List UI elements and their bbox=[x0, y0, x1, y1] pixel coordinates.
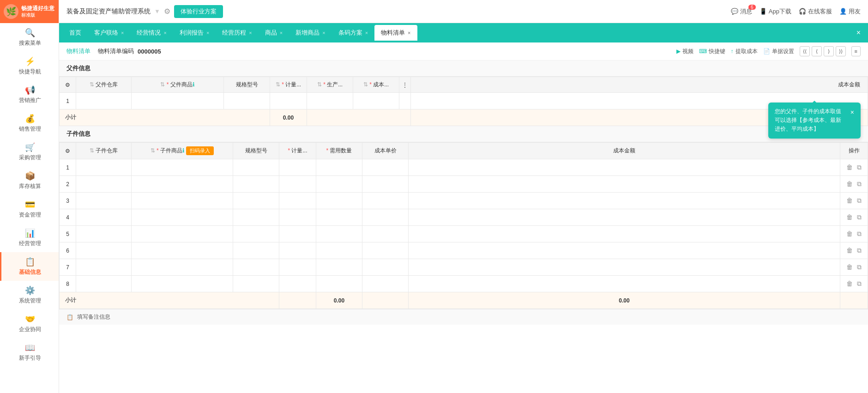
child-row-product-8[interactable] bbox=[132, 276, 233, 292]
sidebar-item-marketing[interactable]: 📢 营销推广 bbox=[0, 80, 59, 109]
shortcut-btn[interactable]: ⌨ 快捷键 bbox=[699, 48, 725, 55]
child-row-qty-6[interactable] bbox=[316, 242, 362, 259]
child-row-spec-5[interactable] bbox=[233, 226, 279, 242]
single-settings-btn[interactable]: 📄 单据设置 bbox=[763, 48, 794, 55]
child-row-product-3[interactable] bbox=[132, 193, 233, 209]
sidebar-item-sales[interactable]: 💰 销售管理 bbox=[0, 109, 59, 138]
child-row-product-5[interactable] bbox=[132, 226, 233, 242]
delete-btn-2[interactable]: 🗑 bbox=[846, 180, 853, 187]
tab-new-product[interactable]: 新增商品 × bbox=[289, 25, 332, 41]
child-row-warehouse-3[interactable] bbox=[76, 193, 132, 209]
scan-btn[interactable]: 扫码录入 bbox=[186, 146, 214, 155]
child-row-spec-2[interactable] bbox=[233, 176, 279, 193]
parent-row-product[interactable] bbox=[132, 93, 224, 109]
sidebar-item-guide[interactable]: 📖 新手引导 bbox=[0, 338, 59, 367]
child-row-product-2[interactable] bbox=[132, 176, 233, 193]
child-row-unit-4[interactable] bbox=[279, 209, 316, 226]
child-row-cost-price-4[interactable] bbox=[362, 209, 409, 226]
copy-btn-6[interactable]: ⧉ bbox=[857, 247, 862, 254]
child-row-qty-7[interactable] bbox=[316, 259, 362, 276]
child-row-cost-price-5[interactable] bbox=[362, 226, 409, 242]
parent-row-cost[interactable] bbox=[353, 93, 399, 109]
child-row-unit-3[interactable] bbox=[279, 193, 316, 209]
child-th-settings[interactable]: ⚙ bbox=[60, 143, 76, 159]
app-download-btn[interactable]: 📱 App下载 bbox=[760, 7, 791, 16]
tab-profit-close[interactable]: × bbox=[206, 30, 209, 36]
child-row-qty-1[interactable] bbox=[316, 159, 362, 176]
child-row-warehouse-1[interactable] bbox=[76, 159, 132, 176]
tab-customer-close[interactable]: × bbox=[121, 30, 124, 36]
child-row-cost-price-7[interactable] bbox=[362, 259, 409, 276]
tab-products[interactable]: 商品 × bbox=[259, 25, 289, 41]
copy-btn-8[interactable]: ⧉ bbox=[857, 280, 862, 287]
sidebar-item-inventory[interactable]: 📦 库存核算 bbox=[0, 166, 59, 195]
settings-icon[interactable]: ⚙ bbox=[164, 7, 170, 16]
child-row-qty-2[interactable] bbox=[316, 176, 362, 193]
child-row-warehouse-6[interactable] bbox=[76, 242, 132, 259]
next-last-btn[interactable]: ⟩⟩ bbox=[836, 46, 846, 56]
child-row-warehouse-2[interactable] bbox=[76, 176, 132, 193]
delete-btn-4[interactable]: 🗑 bbox=[846, 213, 853, 221]
sidebar-item-operation[interactable]: 📊 经营管理 bbox=[0, 224, 59, 252]
child-row-cost-price-3[interactable] bbox=[362, 193, 409, 209]
child-row-product-1[interactable] bbox=[132, 159, 233, 176]
child-row-cost-price-1[interactable] bbox=[362, 159, 409, 176]
copy-btn-1[interactable]: ⧉ bbox=[857, 163, 862, 171]
child-row-qty-8[interactable] bbox=[316, 276, 362, 292]
delete-btn-3[interactable]: 🗑 bbox=[846, 197, 853, 204]
child-row-spec-6[interactable] bbox=[233, 242, 279, 259]
delete-btn-1[interactable]: 🗑 bbox=[846, 163, 853, 171]
close-all-tabs-btn[interactable]: × bbox=[853, 27, 864, 39]
parent-row-spec[interactable] bbox=[224, 93, 270, 109]
tab-products-close[interactable]: × bbox=[280, 30, 283, 36]
parent-row-production[interactable] bbox=[307, 93, 353, 109]
online-service-btn[interactable]: 🎧 在线客服 bbox=[799, 7, 832, 16]
message-btn[interactable]: 💬 消息 6 bbox=[731, 7, 752, 16]
delete-btn-7[interactable]: 🗑 bbox=[846, 263, 853, 271]
child-row-spec-1[interactable] bbox=[233, 159, 279, 176]
tab-new-product-close[interactable]: × bbox=[322, 30, 325, 36]
tooltip-close-btn[interactable]: × bbox=[850, 107, 854, 117]
child-row-product-4[interactable] bbox=[132, 209, 233, 226]
child-row-unit-2[interactable] bbox=[279, 176, 316, 193]
tab-barcode[interactable]: 条码方案 × bbox=[332, 25, 374, 41]
child-row-cost-price-6[interactable] bbox=[362, 242, 409, 259]
child-row-qty-5[interactable] bbox=[316, 226, 362, 242]
delete-btn-6[interactable]: 🗑 bbox=[846, 247, 853, 254]
copy-btn-3[interactable]: ⧉ bbox=[857, 197, 862, 204]
child-row-cost-price-2[interactable] bbox=[362, 176, 409, 193]
child-row-cost-price-8[interactable] bbox=[362, 276, 409, 292]
tab-operation-status[interactable]: 经营情况 × bbox=[130, 25, 173, 41]
tab-operation-status-close[interactable]: × bbox=[163, 30, 166, 36]
breadcrumb-parent[interactable]: 物料清单 bbox=[66, 47, 90, 55]
child-row-spec-7[interactable] bbox=[233, 259, 279, 276]
tab-history-close[interactable]: × bbox=[249, 30, 252, 36]
child-row-qty-3[interactable] bbox=[316, 193, 362, 209]
child-row-unit-6[interactable] bbox=[279, 242, 316, 259]
copy-btn-2[interactable]: ⧉ bbox=[857, 180, 862, 187]
child-row-spec-4[interactable] bbox=[233, 209, 279, 226]
sidebar-item-finance[interactable]: 💳 资金管理 bbox=[0, 195, 59, 224]
video-btn[interactable]: ▶ 视频 bbox=[676, 48, 693, 55]
prev-first-btn[interactable]: ⟨⟨ bbox=[800, 46, 810, 56]
tab-profit[interactable]: 利润报告 × bbox=[173, 25, 216, 41]
grid-view-btn[interactable]: ≡ bbox=[851, 46, 861, 56]
next-btn[interactable]: ⟩ bbox=[824, 46, 834, 56]
sidebar-item-purchase[interactable]: 🛒 采购管理 bbox=[0, 138, 59, 166]
user-btn[interactable]: 👤 用友 bbox=[839, 7, 861, 16]
tab-bom[interactable]: 物料清单 × bbox=[374, 25, 417, 41]
tab-customer[interactable]: 客户联络 × bbox=[88, 25, 130, 41]
child-row-product-6[interactable] bbox=[132, 242, 233, 259]
tab-history[interactable]: 经营历程 × bbox=[216, 25, 258, 41]
child-row-qty-4[interactable] bbox=[316, 209, 362, 226]
bottom-bar[interactable]: 📋 填写备注信息 bbox=[59, 309, 868, 325]
copy-btn-4[interactable]: ⧉ bbox=[857, 213, 862, 221]
sidebar-item-basic-info[interactable]: 📋 基础信息 bbox=[0, 252, 59, 281]
copy-btn-7[interactable]: ⧉ bbox=[857, 263, 862, 271]
parent-row-warehouse[interactable] bbox=[76, 93, 132, 109]
sidebar-item-search[interactable]: 🔍 搜索菜单 bbox=[0, 23, 59, 52]
delete-btn-8[interactable]: 🗑 bbox=[846, 280, 853, 287]
extract-cost-btn[interactable]: ↑ 提取成本 bbox=[731, 48, 758, 55]
child-row-unit-8[interactable] bbox=[279, 276, 316, 292]
experience-btn[interactable]: 体验行业方案 bbox=[174, 5, 223, 18]
